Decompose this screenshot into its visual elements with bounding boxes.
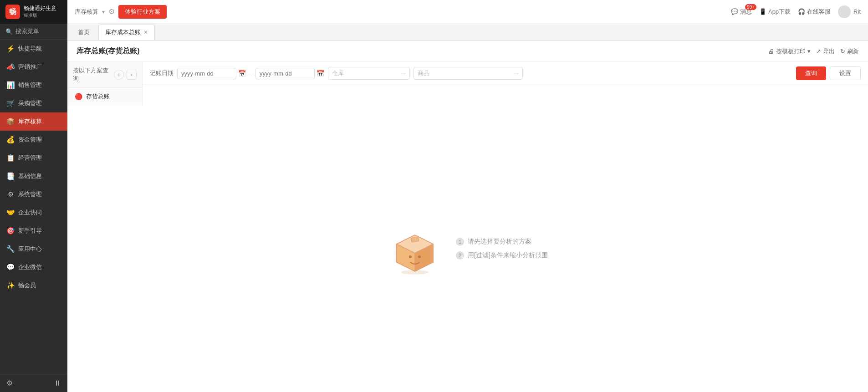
vip-icon: ✨ [6,281,15,290]
breadcrumb-text: 库存核算 [75,8,98,16]
sidebar-item-label-quick-nav: 快捷导航 [18,45,42,53]
calendar-start-icon[interactable]: 📅 [238,70,246,77]
quick-nav-icon: ⚡ [6,45,15,53]
print-template-btn[interactable]: 🖨 按模板打印 ▾ [768,47,811,56]
operation-icon: 📋 [6,154,15,162]
settings-icon[interactable]: ⚙ [6,379,13,387]
warehouse-label: 仓库 [332,69,344,77]
online-service-label: 在线客服 [807,8,831,16]
inventory-icon: 📦 [6,117,15,126]
sidebar-item-label-coop: 企业协同 [18,209,42,217]
filter-main: 记账日期 📅 — 📅 仓库 ··· [143,62,868,85]
sidebar-item-label-purchase: 采购管理 [18,99,42,107]
sidebar-item-vip[interactable]: ✨ 畅会员 [0,276,67,295]
sidebar-item-basic[interactable]: 📑 基础信息 [0,167,67,185]
online-service-btn[interactable]: 🎧 在线客服 [798,8,831,16]
chevron-down-icon[interactable]: ▾ [102,9,105,15]
content-area: 库存总账(存货总账) 🖨 按模板打印 ▾ ↗ 导出 ↻ 刷新 [67,41,868,392]
sidebar-item-newbie[interactable]: 🎯 新手引导 [0,222,67,240]
newbie-icon: 🎯 [6,227,15,235]
page-header: 库存总账(存货总账) 🖨 按模板打印 ▾ ↗ 导出 ↻ 刷新 [67,41,868,62]
scheme-goods-icon: 🔴 [75,93,82,100]
sidebar: 畅 畅捷通好生意 标准版 🔍 搜索菜单 ⚡ 快捷导航 📣 营销推广 📊 销售管理… [0,0,67,392]
sidebar-item-coop[interactable]: 🤝 企业协同 [0,204,67,222]
user-profile[interactable]: Rit [838,5,861,18]
scheme-item-goods-ledger[interactable]: 🔴 存货总账 [67,88,142,105]
query-btn[interactable]: 查询 [796,66,826,80]
marketing-icon: 📣 [6,63,15,71]
main-area: 库存核算 ▾ ⚙ 体验行业方案 💬 消息 99+ 📱 App下载 🎧 在线客服 [67,0,868,392]
empty-tips: 1 请先选择要分析的方案 2 用[过滤]条件来缩小分析范围 [456,238,548,260]
industry-btn[interactable]: 体验行业方案 [118,5,167,19]
print-icon: 🖨 [768,48,774,55]
search-label: 搜索菜单 [15,27,39,36]
empty-illustration [388,221,442,276]
sidebar-item-sales[interactable]: 📊 销售管理 [0,76,67,94]
sidebar-item-finance[interactable]: 💰 资金管理 [0,131,67,149]
purchase-icon: 🛒 [6,99,15,107]
message-badge: 99+ [745,4,756,10]
tab-home-label: 首页 [78,28,90,36]
sidebar-item-label-newbie: 新手引导 [18,227,42,235]
basic-icon: 📑 [6,172,15,180]
svg-point-6 [418,255,421,258]
sidebar-item-label-inventory: 库存核算 [18,117,42,126]
tab-home[interactable]: 首页 [71,25,97,40]
tip-number-1: 1 [456,238,464,246]
goods-select[interactable]: 商品 ··· [414,67,523,80]
headset-icon: 🎧 [798,8,805,15]
scheme-collapse-btn[interactable]: ‹ [127,70,137,80]
logo-title: 畅捷通好生意 [24,5,56,12]
audio-icon[interactable]: ⏸ [54,379,61,387]
print-chevron-icon: ▾ [807,48,811,55]
phone-icon: 📱 [759,8,766,15]
export-btn[interactable]: ↗ 导出 [816,47,835,56]
goods-more-icon: ··· [513,70,519,77]
date-range-group: 📅 — 📅 [177,68,324,79]
filter-scheme-label: 按以下方案查询 [73,66,114,83]
sidebar-item-operation[interactable]: 📋 经营管理 [0,149,67,167]
settings-btn[interactable]: 设置 [830,66,861,80]
sidebar-item-inventory[interactable]: 📦 库存核算 [0,112,67,131]
message-btn[interactable]: 💬 消息 99+ [731,8,752,16]
calendar-end-icon[interactable]: 📅 [317,70,324,77]
scheme-add-btn[interactable]: + [114,70,124,80]
finance-icon: 💰 [6,136,15,144]
sidebar-item-appstore[interactable]: 🔧 应用中心 [0,240,67,258]
empty-tip-1: 1 请先选择要分析的方案 [456,238,548,246]
user-name: Rit [853,8,861,15]
logo-badge: 标准版 [24,12,56,19]
date-end-input[interactable] [255,68,315,79]
sidebar-item-wechat[interactable]: 💬 企业微信 [0,258,67,276]
sidebar-item-purchase[interactable]: 🛒 采购管理 [0,94,67,112]
tab-inventory-label: 库存成本总账 [105,28,141,36]
date-start-input[interactable] [177,68,236,79]
sidebar-item-label-basic: 基础信息 [18,172,42,180]
tab-close-icon[interactable]: ✕ [143,30,148,35]
topbar-left: 库存核算 ▾ ⚙ 体验行业方案 [75,5,727,19]
refresh-btn[interactable]: ↻ 刷新 [840,47,859,56]
sales-icon: 📊 [6,81,15,89]
sidebar-item-quick-nav[interactable]: ⚡ 快捷导航 [0,40,67,58]
gear-icon[interactable]: ⚙ [108,7,115,16]
sidebar-item-label-sales: 销售管理 [18,81,42,89]
svg-point-8 [401,270,429,275]
app-download-btn[interactable]: 📱 App下载 [759,8,791,16]
warehouse-more-icon: ··· [400,70,406,77]
warehouse-select[interactable]: 仓库 ··· [328,67,410,80]
app-logo: 畅 畅捷通好生意 标准版 [0,0,67,24]
sidebar-item-system[interactable]: ⚙ 系统管理 [0,185,67,204]
tab-bar: 首页 库存成本总账 ✕ [67,24,868,41]
logo-text-group: 畅捷通好生意 标准版 [24,5,56,19]
app-download-label: App下载 [768,8,791,16]
wechat-icon: 💬 [6,263,15,271]
tab-inventory-ledger[interactable]: 库存成本总账 ✕ [98,25,155,40]
sidebar-item-marketing[interactable]: 📣 营销推广 [0,58,67,76]
svg-rect-7 [411,237,419,243]
tip-number-2: 2 [456,251,464,260]
export-icon: ↗ [816,48,821,55]
export-label: 导出 [823,47,835,56]
coop-icon: 🤝 [6,209,15,217]
goods-label: 商品 [418,69,429,77]
sidebar-search[interactable]: 🔍 搜索菜单 [0,24,67,40]
